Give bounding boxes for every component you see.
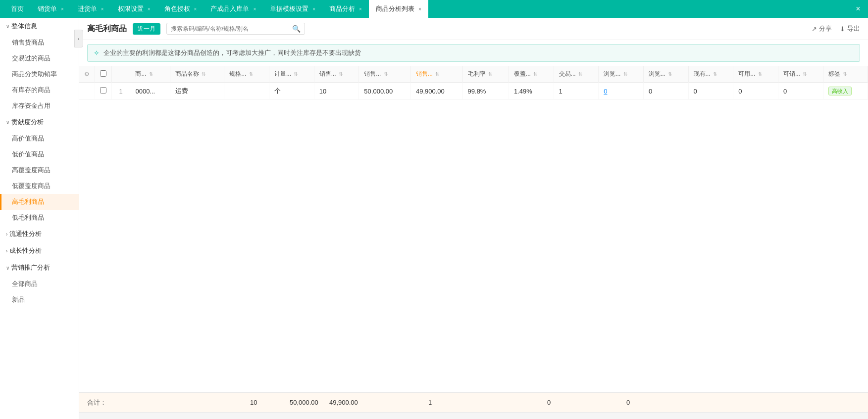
browse1[interactable]: 0	[599, 83, 644, 100]
table-container[interactable]: ⚙ 商... ⇅ 商品名称 ⇅ 规格... ⇅ 计量... ⇅ 销售... ⇅ …	[79, 66, 868, 392]
goods-name: 运费	[170, 83, 224, 100]
goods-code: 0000...	[130, 83, 170, 100]
th-transactions[interactable]: 交易... ⇅	[554, 66, 599, 83]
export-btn[interactable]: ⬇ 导出	[840, 24, 860, 33]
nav-item-商品分析[interactable]: 商品分析×	[322, 0, 369, 18]
sidebar-group-成长性分析[interactable]: ›成长性分析	[0, 242, 79, 259]
sidebar-group-整体信息[interactable]: ∨整体信息	[0, 18, 79, 35]
nav-close-icon[interactable]: ×	[101, 6, 104, 12]
arrow-icon: ∨	[6, 24, 9, 29]
sidebar-group-营销推广分析[interactable]: ∨营销推广分析	[0, 259, 79, 276]
footer-current-stock: 0	[542, 399, 582, 406]
export-label: 导出	[847, 24, 860, 33]
nav-close-icon[interactable]: ×	[253, 6, 256, 12]
nav-item-进货单[interactable]: 进货单×	[71, 0, 111, 18]
th-checkbox[interactable]	[95, 66, 112, 83]
sidebar-item-低毛利商品[interactable]: 低毛利商品	[0, 210, 79, 226]
sidebar-item-库存资金占用[interactable]: 库存资金占用	[0, 98, 79, 114]
nav-close-icon[interactable]: ×	[312, 6, 315, 12]
th-tag[interactable]: 标签 ⇅	[823, 66, 868, 83]
th-current-stock[interactable]: 现有... ⇅	[688, 66, 733, 83]
footer-spacer2	[364, 399, 423, 406]
th-sales-qty[interactable]: 销售... ⇅	[314, 66, 359, 83]
th-coverage[interactable]: 覆盖... ⇅	[509, 66, 554, 83]
arrow-icon: ∨	[6, 265, 9, 271]
nav-item-销货单[interactable]: 销货单×	[31, 0, 71, 18]
info-banner: ✧ 企业的主要的利润都是这部分商品创造的，可考虑加大推广，同时关注库存是不要出现…	[87, 44, 860, 62]
coverage: 1.49%	[509, 83, 554, 100]
data-table: ⚙ 商... ⇅ 商品名称 ⇅ 规格... ⇅ 计量... ⇅ 销售... ⇅ …	[79, 66, 868, 100]
footer-bar: 合计： 10 50,000.00 49,900.00 1 0 0	[79, 392, 868, 412]
sidebar-item-高价值商品[interactable]: 高价值商品	[0, 131, 79, 146]
th-browse1[interactable]: 浏览... ⇅	[599, 66, 644, 83]
footer-sales-profit: 49,900.00	[324, 399, 364, 406]
nav-item-商品分析列表[interactable]: 商品分析列表×	[369, 0, 428, 18]
spec	[224, 83, 269, 100]
nav-item-单据模板设置[interactable]: 单据模板设置×	[263, 0, 322, 18]
sidebar-item-低覆盖度商品[interactable]: 低覆盖度商品	[0, 178, 79, 194]
nav-item-权限设置[interactable]: 权限设置×	[111, 0, 157, 18]
transactions: 1	[554, 83, 599, 100]
sidebar-group-贡献度分析[interactable]: ∨贡献度分析	[0, 114, 79, 131]
th-available[interactable]: 可用... ⇅	[733, 66, 778, 83]
th-goods-code[interactable]: 商... ⇅	[130, 66, 170, 83]
nav-item-产成品入库单[interactable]: 产成品入库单×	[204, 0, 263, 18]
sidebar-group-流通性分析[interactable]: ›流通性分析	[0, 226, 79, 242]
sidebar-collapse-btn[interactable]: ‹	[74, 30, 83, 47]
tag-cell: 高收入	[823, 83, 868, 100]
bottom-scrollbar[interactable]	[79, 412, 868, 419]
nav-item-首页[interactable]: 首页	[4, 0, 31, 18]
footer-sales-amount: 50,000.00	[285, 399, 324, 406]
sales-qty: 10	[314, 83, 359, 100]
share-icon: ↗	[812, 25, 817, 33]
nav-close-icon[interactable]: ×	[194, 6, 197, 12]
time-filter-btn[interactable]: 近一月	[133, 23, 160, 35]
th-sales-profit[interactable]: 销售... ⇅	[410, 66, 462, 83]
sidebar: ∨整体信息销售货商品交易过的商品商品分类助销率有库存的商品库存资金占用∨贡献度分…	[0, 18, 79, 419]
row-settings[interactable]	[79, 83, 95, 100]
th-sales-amount[interactable]: 销售... ⇅	[359, 66, 411, 83]
sidebar-item-低价值商品[interactable]: 低价值商品	[0, 146, 79, 162]
close-window-btn[interactable]: ×	[852, 3, 864, 15]
row-checkbox-cell[interactable]	[95, 83, 112, 100]
content-header: 高毛利商品 近一月 🔍 ↗ 分享 ⬇ 导出	[79, 18, 868, 40]
search-icon[interactable]: 🔍	[292, 25, 301, 33]
sidebar-item-商品分类助销率[interactable]: 商品分类助销率	[0, 66, 79, 82]
sidebar-item-交易过的商品[interactable]: 交易过的商品	[0, 50, 79, 66]
th-gross-margin[interactable]: 毛利率 ⇅	[462, 66, 509, 83]
header-actions: ↗ 分享 ⬇ 导出	[812, 24, 860, 33]
sidebar-item-高覆盖度商品[interactable]: 高覆盖度商品	[0, 162, 79, 178]
select-all-checkbox[interactable]	[100, 70, 106, 77]
sidebar-item-全部商品[interactable]: 全部商品	[0, 276, 79, 292]
th-settings[interactable]: ⚙	[79, 66, 95, 83]
share-btn[interactable]: ↗ 分享	[812, 24, 832, 33]
share-label: 分享	[819, 24, 832, 33]
top-nav: 首页销货单×进货单×权限设置×角色授权×产成品入库单×单据模板设置×商品分析×商…	[0, 0, 868, 18]
nav-close-icon[interactable]: ×	[359, 6, 362, 12]
th-spec[interactable]: 规格... ⇅	[224, 66, 269, 83]
nav-close-icon[interactable]: ×	[418, 6, 421, 12]
th-unit[interactable]: 计量... ⇅	[269, 66, 314, 83]
sidebar-item-销售货商品[interactable]: 销售货商品	[0, 35, 79, 50]
sales-amount: 50,000.00	[359, 83, 411, 100]
arrow-icon: ›	[6, 232, 7, 237]
th-sellable[interactable]: 可销... ⇅	[778, 66, 823, 83]
footer-transactions: 1	[423, 399, 463, 406]
arrow-icon: ∨	[6, 120, 9, 125]
nav-close-icon[interactable]: ×	[61, 6, 64, 12]
info-text: 企业的主要的利润都是这部分商品创造的，可考虑加大推广，同时关注库存是不要出现缺货	[103, 48, 361, 57]
nav-close-icon[interactable]: ×	[148, 6, 151, 12]
browse1-link[interactable]: 0	[604, 88, 607, 95]
nav-item-角色授权[interactable]: 角色授权×	[157, 0, 204, 18]
th-browse2[interactable]: 浏览... ⇅	[643, 66, 688, 83]
footer-spacer4	[582, 399, 621, 406]
th-goods-name[interactable]: 商品名称 ⇅	[170, 66, 224, 83]
search-input[interactable]	[171, 25, 289, 32]
row-checkbox[interactable]	[100, 87, 106, 93]
page-title: 高毛利商品	[87, 24, 127, 34]
sidebar-item-高毛利商品[interactable]: 高毛利商品	[0, 194, 79, 210]
sidebar-item-新品[interactable]: 新品	[0, 292, 79, 308]
sidebar-item-有库存的商品[interactable]: 有库存的商品	[0, 82, 79, 98]
table-row: 1 0000... 运费 个 10 50,000.00 49,900.00 99…	[79, 83, 868, 100]
row-num: 1	[112, 83, 130, 100]
